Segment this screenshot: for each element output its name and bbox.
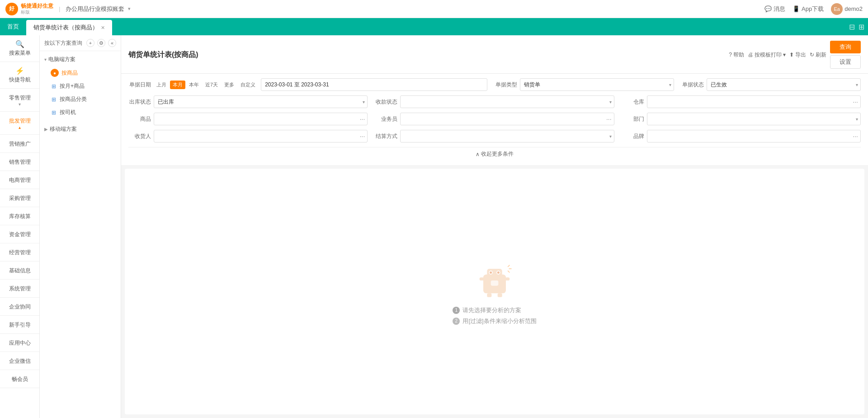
template-print-btn[interactable]: 🖨 按模板打印 ▾ xyxy=(748,51,786,59)
scheme-item-by-month-product[interactable]: ⊞ 按月+商品 xyxy=(40,80,121,93)
wholesale-expand-icon: ▴ xyxy=(2,125,38,130)
scheme-panel: 按以下方案查询 + ⚙ « ▾ 电脑端方案 ● 按商品 ⊞ xyxy=(40,35,121,418)
scheme-header-actions: + ⚙ « xyxy=(86,39,116,47)
phone-icon: 📱 xyxy=(793,5,800,12)
scheme-item-by-product[interactable]: ● 按商品 xyxy=(40,66,121,80)
doc-status-label: 单据状态 xyxy=(681,81,704,89)
logo-area: 好 畅捷通好生意 标版 xyxy=(5,3,53,15)
filter-brand: 品牌 ··· xyxy=(622,130,861,142)
sidebar-item-quick-nav[interactable]: ⚡ 快捷导航 xyxy=(0,62,39,89)
filter-doc-type: 单据类型 销货单 ▾ xyxy=(495,78,674,91)
sidebar-item-retail[interactable]: 零售管理 ▾ xyxy=(0,89,39,112)
settings-btn[interactable]: 设置 xyxy=(830,55,861,69)
sidebar-item-quick-nav-label: 快捷导航 xyxy=(2,76,38,84)
tab-home[interactable]: 首页 xyxy=(0,18,26,35)
scheme-group-desktop-header[interactable]: ▾ 电脑端方案 xyxy=(40,53,121,66)
recipient-input[interactable] xyxy=(154,130,368,142)
sidebar-item-inventory[interactable]: 库存核算 xyxy=(0,207,39,225)
retail-expand-icon: ▾ xyxy=(2,102,38,107)
tab-minimize-icon[interactable]: ⊟ xyxy=(849,23,855,31)
doc-status-control: 已生效 ▾ xyxy=(707,78,861,91)
sidebar-item-ops[interactable]: 经营管理 xyxy=(0,243,39,261)
sidebar-item-new-guide[interactable]: 新手引导 xyxy=(0,316,39,334)
date-more[interactable]: 更多 xyxy=(222,81,237,89)
settlement-input[interactable] xyxy=(400,130,614,142)
app-subtitle: 标版 xyxy=(21,10,53,15)
scheme-item-by-category[interactable]: ⊞ 按商品分类 xyxy=(40,93,121,106)
doc-type-select[interactable]: 销货单 xyxy=(520,78,674,91)
brand-input[interactable] xyxy=(647,130,861,142)
date-this-year[interactable]: 本年 xyxy=(186,81,202,89)
scheme-add-btn[interactable]: + xyxy=(86,39,94,47)
scheme-group-mobile-header[interactable]: ▶ 移动端方案 xyxy=(40,123,121,136)
sidebar-item-ecommerce[interactable]: 电商管理 xyxy=(0,171,39,189)
tab-expand-icon[interactable]: ⊞ xyxy=(859,23,864,31)
filter-recipient: 收货人 ··· xyxy=(128,130,368,142)
message-btn[interactable]: 💬 消息 xyxy=(764,5,785,13)
date-7days[interactable]: 近7天 xyxy=(203,81,221,89)
help-btn[interactable]: ? 帮助 xyxy=(729,51,744,59)
tip-text-1: 请先选择要分析的方案 xyxy=(462,306,521,314)
app-download-btn[interactable]: 📱 App下载 xyxy=(793,5,824,13)
tab-sales-stats[interactable]: 销货单统计表（按商品） ✕ xyxy=(26,20,112,35)
filter-warehouse: 仓库 ··· xyxy=(622,95,861,108)
scheme-item-by-cashier[interactable]: ⊞ 按司机 xyxy=(40,106,121,119)
sidebar-item-sales-label: 销售管理 xyxy=(2,158,38,166)
date-custom[interactable]: 自定义 xyxy=(238,81,258,89)
date-quick-btns: 上月 本月 本年 近7天 更多 自定义 xyxy=(154,81,258,89)
sidebar-item-search-label: 搜索菜单 xyxy=(2,49,38,57)
sidebar-item-system[interactable]: 系统管理 xyxy=(0,280,39,298)
sidebar-item-sales[interactable]: 销售管理 xyxy=(0,153,39,171)
user-area[interactable]: Ea demo2 xyxy=(831,3,863,15)
industry-selector[interactable]: 办公用品行业模拟账套 xyxy=(66,5,124,13)
dept-input[interactable] xyxy=(647,113,861,125)
date-this-month[interactable]: 本月 xyxy=(170,81,185,89)
collapse-btn[interactable]: ∧ 收起更多条件 xyxy=(476,150,514,158)
page-title: 销货单统计表(按商品) xyxy=(128,50,198,60)
scheme-collapse-btn[interactable]: « xyxy=(108,39,116,47)
mobile-group-arrow: ▶ xyxy=(44,127,48,132)
product-label: 商品 xyxy=(128,115,151,123)
sidebar-item-marketing[interactable]: 营销推广 xyxy=(0,135,39,153)
sidebar-item-enterprise-wechat[interactable]: 企业微信 xyxy=(0,352,39,370)
dropdown-icon[interactable]: ▾ xyxy=(128,6,131,12)
sidebar-item-search-menu[interactable]: 🔍 搜索菜单 xyxy=(0,35,39,62)
sidebar-item-enterprise-collab[interactable]: 企业协同 xyxy=(0,298,39,316)
empty-state: 1 请先选择要分析的方案 2 用[过滤]条件来缩小分析范围 xyxy=(125,169,864,414)
sidebar-item-purchase[interactable]: 采购管理 xyxy=(0,189,39,207)
out-status-control: 已出库 ▾ xyxy=(154,95,368,108)
product-input[interactable] xyxy=(154,113,368,125)
export-btn[interactable]: ⬆ 导出 xyxy=(789,51,806,59)
message-label: 消息 xyxy=(774,5,785,13)
payment-status-input[interactable] xyxy=(400,95,614,108)
sidebar-item-basic-info[interactable]: 基础信息 xyxy=(0,261,39,280)
sidebar-item-finance-label: 资金管理 xyxy=(2,231,38,238)
sidebar-item-app-center[interactable]: 应用中心 xyxy=(0,334,39,352)
query-actions: 查询 设置 xyxy=(830,41,861,69)
scheme-title: 按以下方案查询 xyxy=(44,39,82,47)
sidebar-item-finance[interactable]: 资金管理 xyxy=(0,225,39,243)
topbar: 好 畅捷通好生意 标版 | 办公用品行业模拟账套 ▾ 💬 消息 📱 App下载 … xyxy=(0,0,868,18)
collapse-icon: ∧ xyxy=(476,151,480,157)
query-btn[interactable]: 查询 xyxy=(830,41,861,53)
brand-control: ··· xyxy=(647,130,861,142)
sidebar-item-wholesale-label: 批发管理 xyxy=(2,117,38,125)
print-icon: 🖨 xyxy=(748,52,753,58)
date-range-input[interactable]: 2023-03-01 至 2023-03-31 xyxy=(261,78,487,91)
empty-tip-1: 1 请先选择要分析的方案 xyxy=(453,306,536,314)
brand-label: 品牌 xyxy=(622,133,644,140)
out-status-select[interactable]: 已出库 xyxy=(154,95,368,108)
doc-status-select[interactable]: 已生效 xyxy=(707,78,861,91)
staff-input[interactable] xyxy=(400,113,614,125)
date-last-month[interactable]: 上月 xyxy=(154,81,169,89)
sidebar-item-guide-label: 新手引导 xyxy=(2,321,38,329)
main-panel: 销货单统计表(按商品) ? 帮助 🖨 按模板打印 ▾ ⬆ xyxy=(121,35,868,418)
tab-close-icon[interactable]: ✕ xyxy=(101,25,105,31)
scheme-settings-btn[interactable]: ⚙ xyxy=(97,39,105,47)
warehouse-input[interactable] xyxy=(647,95,861,108)
sidebar-item-member[interactable]: 畅会员 xyxy=(0,370,39,388)
refresh-btn[interactable]: ↻ 刷新 xyxy=(810,51,826,59)
collapse-row: ∧ 收起更多条件 xyxy=(128,147,861,161)
sidebar-item-ecommerce-label: 电商管理 xyxy=(2,176,38,184)
sidebar-item-wholesale[interactable]: 批发管理 ▴ xyxy=(0,112,39,135)
